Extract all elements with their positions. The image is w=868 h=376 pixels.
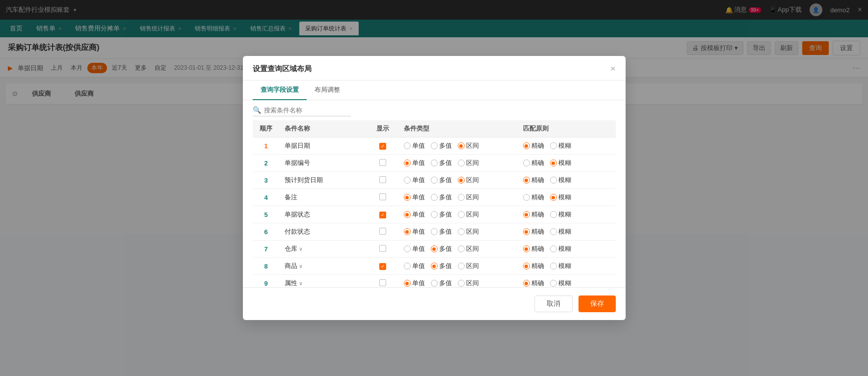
row-match: 精确模糊 <box>518 189 616 206</box>
match-radio-match_fuzzy[interactable]: 模糊 <box>550 227 571 235</box>
row-display[interactable] <box>366 172 398 189</box>
match-radio-match_exact[interactable]: 精确 <box>523 210 544 219</box>
radio-circle <box>523 211 530 218</box>
table-row: 2单据编号单值多值区间精确模糊 <box>253 155 616 172</box>
match-radio-match_fuzzy[interactable]: 模糊 <box>550 176 571 185</box>
type-radio-type_range[interactable]: 区间 <box>458 210 479 219</box>
type-radio-type_single[interactable]: 单值 <box>404 176 425 185</box>
type-radio-type_range[interactable]: 区间 <box>458 227 479 235</box>
search-input[interactable] <box>264 107 342 114</box>
modal-close-btn[interactable]: × <box>610 64 616 74</box>
row-name: 单据状态 <box>280 206 367 223</box>
radio-circle <box>404 177 411 184</box>
row-type: 单值多值区间 <box>399 206 518 223</box>
radio-circle <box>523 228 530 235</box>
match-radio-match_fuzzy[interactable]: 模糊 <box>550 141 571 150</box>
row-type: 单值多值区间 <box>399 223 518 235</box>
type-radio-type_multi[interactable]: 多值 <box>431 176 452 185</box>
modal-tab-layout[interactable]: 布局调整 <box>307 81 348 100</box>
modal-header: 设置查询区域布局 × <box>243 56 626 81</box>
row-display[interactable] <box>366 223 398 235</box>
display-checkbox[interactable]: ✓ <box>379 143 386 150</box>
type-radio-type_range[interactable]: 区间 <box>458 193 479 202</box>
modal-dialog: 设置查询区域布局 × 查询字段设置 布局调整 🔍 顺序 <box>243 56 626 235</box>
radio-circle <box>458 211 465 218</box>
radio-circle <box>550 194 557 201</box>
radio-circle <box>550 160 557 166</box>
radio-circle <box>458 228 465 235</box>
search-icon: 🔍 <box>253 106 261 114</box>
type-radio-type_multi[interactable]: 多值 <box>431 141 452 150</box>
radio-circle <box>550 177 557 184</box>
radio-circle <box>431 160 438 166</box>
modal-tabs: 查询字段设置 布局调整 <box>243 81 626 100</box>
row-name: 单据日期 <box>280 137 367 155</box>
match-radio-match_exact[interactable]: 精确 <box>523 176 544 185</box>
radio-circle <box>404 160 411 166</box>
row-name: 付款状态 <box>280 223 367 235</box>
type-radio-type_single[interactable]: 单值 <box>404 159 425 167</box>
row-match: 精确模糊 <box>518 137 616 155</box>
type-radio-type_multi[interactable]: 多值 <box>431 210 452 219</box>
match-radio-match_fuzzy[interactable]: 模糊 <box>550 159 571 167</box>
type-radio-type_multi[interactable]: 多值 <box>431 159 452 167</box>
modal-title: 设置查询区域布局 <box>253 64 312 74</box>
table-row: 5单据状态✓单值多值区间精确模糊 <box>253 206 616 223</box>
row-display[interactable]: ✓ <box>366 206 398 223</box>
match-radio-match_exact[interactable]: 精确 <box>523 159 544 167</box>
row-display[interactable]: ✓ <box>366 137 398 155</box>
row-display[interactable] <box>366 189 398 206</box>
radio-circle <box>550 211 557 218</box>
modal-table: 顺序 条件名称 显示 条件类型 匹配原则 1单据日期✓单值多值区间精确模糊2单据… <box>243 120 626 235</box>
table-row: 1单据日期✓单值多值区间精确模糊 <box>253 137 616 155</box>
row-name: 单据编号 <box>280 155 367 172</box>
radio-circle <box>431 177 438 184</box>
radio-circle <box>523 142 530 149</box>
modal-tab-query[interactable]: 查询字段设置 <box>253 81 307 100</box>
table-row: 3预计到货日期单值多值区间精确模糊 <box>253 172 616 189</box>
radio-circle <box>404 142 411 149</box>
type-radio-type_multi[interactable]: 多值 <box>431 227 452 235</box>
row-order: 6 <box>253 223 280 235</box>
th-type: 条件类型 <box>399 120 518 137</box>
type-radio-type_single[interactable]: 单值 <box>404 210 425 219</box>
th-display: 显示 <box>366 120 398 137</box>
row-name: 预计到货日期 <box>280 172 367 189</box>
radio-circle <box>523 177 530 184</box>
display-checkbox[interactable] <box>379 176 386 183</box>
row-display[interactable] <box>366 155 398 172</box>
radio-circle <box>431 142 438 149</box>
display-checkbox[interactable]: ✓ <box>379 212 386 218</box>
table-header-row: 顺序 条件名称 显示 条件类型 匹配原则 <box>253 120 616 137</box>
radio-circle <box>523 194 530 201</box>
radio-circle <box>523 160 530 166</box>
row-type: 单值多值区间 <box>399 172 518 189</box>
type-radio-type_range[interactable]: 区间 <box>458 176 479 185</box>
type-radio-type_single[interactable]: 单值 <box>404 193 425 202</box>
type-radio-type_single[interactable]: 单值 <box>404 227 425 235</box>
search-box: 🔍 <box>253 106 351 116</box>
radio-circle <box>404 211 411 218</box>
match-radio-match_fuzzy[interactable]: 模糊 <box>550 193 571 202</box>
type-radio-type_single[interactable]: 单值 <box>404 141 425 150</box>
radio-circle <box>550 142 557 149</box>
display-checkbox[interactable] <box>379 193 386 200</box>
display-checkbox[interactable] <box>379 159 386 166</box>
match-radio-match_exact[interactable]: 精确 <box>523 227 544 235</box>
display-checkbox[interactable] <box>379 228 386 235</box>
radio-circle <box>431 228 438 235</box>
radio-circle <box>458 177 465 184</box>
radio-circle <box>458 160 465 166</box>
type-radio-type_multi[interactable]: 多值 <box>431 193 452 202</box>
match-radio-match_exact[interactable]: 精确 <box>523 193 544 202</box>
radio-circle <box>404 194 411 201</box>
row-order: 5 <box>253 206 280 223</box>
th-name: 条件名称 <box>280 120 367 137</box>
row-order: 4 <box>253 189 280 206</box>
match-radio-match_exact[interactable]: 精确 <box>523 141 544 150</box>
radio-circle <box>550 228 557 235</box>
match-radio-match_fuzzy[interactable]: 模糊 <box>550 210 571 219</box>
type-radio-type_range[interactable]: 区间 <box>458 141 479 150</box>
th-match: 匹配原则 <box>518 120 616 137</box>
type-radio-type_range[interactable]: 区间 <box>458 159 479 167</box>
